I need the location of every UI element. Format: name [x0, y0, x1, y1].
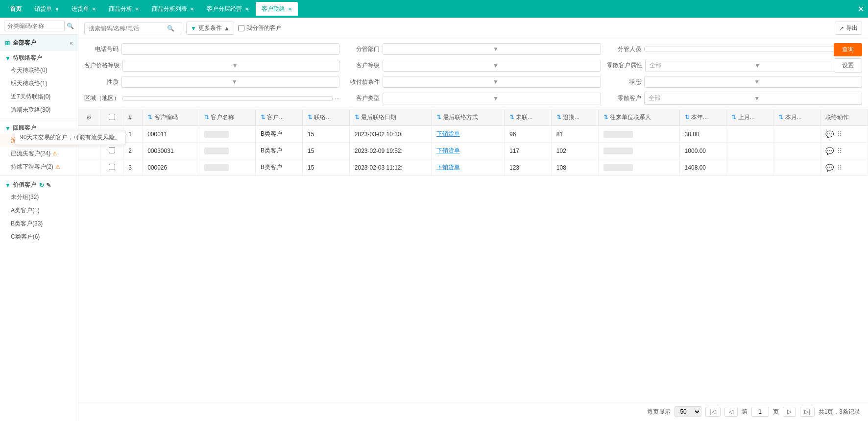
- filter-status: 状态 ▼: [607, 76, 862, 88]
- region-dots[interactable]: ···: [335, 95, 339, 102]
- chat-icon[interactable]: 💬: [825, 164, 834, 172]
- dept-select[interactable]: ▼: [383, 43, 601, 55]
- settings-button[interactable]: 设置: [834, 58, 862, 73]
- row-type: B类客户: [256, 159, 303, 176]
- tab-analysis-list[interactable]: 商品分析列表 ✕: [146, 2, 200, 16]
- per-page-select[interactable]: 50 100 200: [675, 406, 701, 417]
- sidebar-item-tomorrow[interactable]: 明天待联络(1): [0, 77, 78, 90]
- customer-type-select[interactable]: ▼: [383, 93, 601, 104]
- status-select[interactable]: ▼: [644, 76, 862, 88]
- chat-icon[interactable]: 💬: [825, 147, 834, 155]
- sidebar-item-ungroup[interactable]: 未分组(32): [0, 191, 78, 204]
- prev-page-button[interactable]: ◁: [724, 407, 738, 417]
- col-settings[interactable]: ⚙: [78, 109, 100, 126]
- tab-sales[interactable]: 销货单 ✕: [28, 2, 65, 16]
- tab-analysis-list-close[interactable]: ✕: [190, 6, 194, 12]
- sidebar-item-churned[interactable]: 已流失客户(24) ⚠: [0, 147, 78, 160]
- retail-customer-select[interactable]: 全部 ▼: [644, 92, 862, 105]
- sidebar-item-class-b[interactable]: B类客户(33): [0, 217, 78, 230]
- tab-customer-seg[interactable]: 客户分层经营 ✕: [201, 2, 255, 16]
- content-area: 🔍 ▼ 更多条件 ▲ 我分管的客户 ↗ 导出 电话号码: [78, 18, 868, 421]
- edit-icon[interactable]: ✎: [46, 182, 51, 189]
- global-close-button[interactable]: ✕: [858, 4, 864, 14]
- col-this-year[interactable]: ⇅ 本年...: [679, 109, 726, 126]
- tab-analysis-close[interactable]: ✕: [135, 6, 139, 12]
- row-contact: 15: [302, 143, 349, 159]
- my-customers-checkbox[interactable]: [238, 25, 244, 31]
- sidebar-item-declining[interactable]: 持续下滑客户(2) ⚠: [0, 160, 78, 173]
- more-conditions-button[interactable]: ▼ 更多条件 ▲: [186, 22, 234, 35]
- chat-icon[interactable]: 💬: [825, 130, 834, 138]
- col-last-method[interactable]: ⇅ 最后联络方式: [431, 109, 504, 126]
- sidebar-item-today[interactable]: 今天待联络(0): [0, 64, 78, 77]
- tab-sales-close[interactable]: ✕: [55, 6, 59, 12]
- last-method-link[interactable]: 下销货单: [436, 130, 460, 137]
- refresh-icon[interactable]: ↻: [39, 182, 44, 189]
- first-page-button[interactable]: |◁: [705, 407, 720, 417]
- query-button[interactable]: 查询: [834, 43, 862, 56]
- filter-icon: ▼: [191, 25, 196, 32]
- sidebar-item-class-c[interactable]: C类客户(6): [0, 230, 78, 244]
- col-not-contacted[interactable]: ⇅ 未联...: [504, 109, 551, 126]
- col-unit-contact[interactable]: ⇅ 往来单位联系人: [598, 109, 679, 126]
- export-button[interactable]: ↗ 导出: [835, 22, 862, 35]
- sidebar-item-overdue[interactable]: 逾期未联络(30): [0, 103, 78, 117]
- search-icon-main[interactable]: 🔍: [167, 25, 174, 32]
- tab-customer-contact-close[interactable]: ✕: [288, 6, 292, 12]
- retail-attr-select[interactable]: 全部 ▼: [645, 59, 862, 72]
- sidebar-item-7days[interactable]: 近7天待联络(0): [0, 90, 78, 103]
- row-last-date: 2023-02-09 19:52:: [349, 143, 431, 159]
- col-name[interactable]: ⇅ 客户名称: [199, 109, 255, 126]
- row-checkbox[interactable]: [109, 164, 115, 170]
- filter-price-grade: 客户价格等级 ▼: [84, 60, 339, 72]
- row-action-btns: 💬 ⠿: [820, 126, 868, 143]
- row-name: [199, 143, 255, 159]
- region-select[interactable]: [122, 96, 333, 101]
- page-number-input[interactable]: [751, 407, 769, 417]
- col-type[interactable]: ⇅ 客户...: [256, 109, 303, 126]
- total-label: 共1页，3条记录: [819, 408, 860, 416]
- next-page-button[interactable]: ▷: [783, 407, 796, 417]
- sidebar-search-input[interactable]: [4, 21, 65, 31]
- tab-home[interactable]: 首页: [4, 2, 27, 16]
- sort-icon: ⇅: [147, 114, 152, 121]
- row-unit-contact: [598, 143, 679, 159]
- col-overdue[interactable]: ⇅ 逾期...: [551, 109, 598, 126]
- sidebar-group-pending: ▼ 待联络客户: [0, 51, 78, 64]
- action-buttons: 查询 设置: [834, 43, 862, 73]
- more-icon[interactable]: ⠿: [837, 147, 842, 155]
- manager-select[interactable]: [644, 47, 855, 51]
- tab-customer-contact[interactable]: 客户联络 ✕: [256, 2, 298, 16]
- col-contact[interactable]: ⇅ 联络...: [302, 109, 349, 126]
- select-all-checkbox[interactable]: [109, 114, 115, 120]
- customer-grade-select[interactable]: ▼: [383, 60, 601, 72]
- col-code[interactable]: ⇅ 客户编码: [143, 109, 199, 126]
- col-this-month[interactable]: ⇅ 本月...: [773, 109, 820, 126]
- col-last-month[interactable]: ⇅ 上月...: [726, 109, 773, 126]
- row-last-month: [726, 143, 773, 159]
- nature-select[interactable]: ▼: [121, 76, 339, 88]
- last-method-link[interactable]: 下销货单: [436, 164, 460, 171]
- search-input[interactable]: [89, 25, 167, 32]
- collapse-icon: «: [70, 40, 73, 47]
- phone-input[interactable]: [121, 43, 339, 55]
- tab-purchase-close[interactable]: ✕: [92, 6, 96, 12]
- price-grade-select[interactable]: ▼: [122, 60, 339, 72]
- payment-select[interactable]: ▼: [383, 76, 601, 88]
- last-page-button[interactable]: ▷|: [800, 407, 815, 417]
- tab-customer-seg-close[interactable]: ✕: [245, 6, 249, 12]
- sidebar-search-icon[interactable]: 🔍: [67, 23, 74, 29]
- all-customers-item[interactable]: ⊞ 全部客户 «: [0, 35, 78, 51]
- main-layout: 🔍 ⊞ 全部客户 « ▼ 待联络客户 今天待联络(0) 明天待联络(1) 近7天…: [0, 18, 868, 421]
- more-icon[interactable]: ⠿: [837, 164, 842, 172]
- more-icon[interactable]: ⠿: [837, 130, 842, 138]
- col-last-date[interactable]: ⇅ 最后联络日期: [349, 109, 431, 126]
- row-this-year: 1000.00: [679, 143, 726, 159]
- row-checkbox[interactable]: [109, 147, 115, 153]
- tab-purchase[interactable]: 进货单 ✕: [66, 2, 102, 16]
- tab-analysis[interactable]: 商品分析 ✕: [103, 2, 145, 16]
- row-last-date: 2023-02-03 11:12:: [349, 159, 431, 176]
- sidebar-item-class-a[interactable]: A类客户(1): [0, 204, 78, 217]
- last-method-link[interactable]: 下销货单: [436, 147, 460, 154]
- tab-bar: 首页 销货单 ✕ 进货单 ✕ 商品分析 ✕ 商品分析列表 ✕ 客户分层经营 ✕ …: [0, 0, 868, 18]
